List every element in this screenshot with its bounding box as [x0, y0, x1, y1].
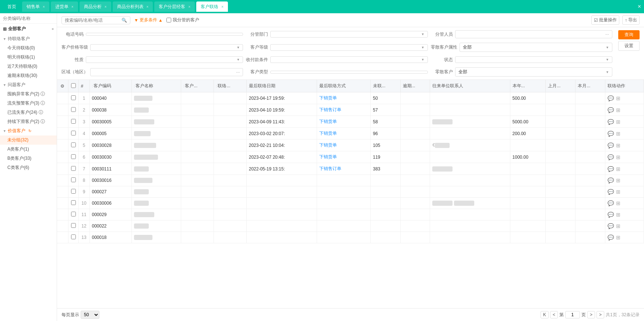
tab-customer-segment[interactable]: 客户分层经客 ×	[154, 1, 195, 12]
col-name[interactable]: :客户名称	[131, 80, 181, 92]
sidebar-item-b-class[interactable]: B类客户(33)	[0, 154, 57, 163]
grid-action-icon[interactable]: ⊞	[616, 107, 620, 113]
row-checkbox[interactable]	[71, 142, 76, 147]
row-checkbox[interactable]	[71, 223, 76, 228]
chat-icon[interactable]: 💬	[608, 200, 614, 206]
chat-icon[interactable]: 💬	[608, 234, 614, 240]
chat-icon[interactable]: 💬	[608, 177, 614, 183]
row-checkbox[interactable]	[71, 95, 76, 100]
grid-action-icon[interactable]: ⊞	[616, 189, 620, 195]
sidebar-item-loss-warning[interactable]: 流失预警客户(3) ⓘ	[0, 99, 57, 108]
chat-icon[interactable]: 💬	[608, 119, 614, 125]
row-checkbox[interactable]	[71, 119, 76, 124]
first-page-button[interactable]: K	[541, 311, 549, 318]
grid-action-icon[interactable]: ⊞	[616, 234, 620, 240]
last-method-link[interactable]: 下销售订单	[319, 107, 341, 112]
my-customers-checkbox[interactable]	[166, 18, 171, 22]
sidebar-item-lost[interactable]: 已流失客户(24) ⓘ	[0, 108, 57, 117]
tab-customer-contact[interactable]: 客户联络 ×	[196, 1, 228, 12]
cust-type-input[interactable]	[270, 71, 427, 74]
last-page-button[interactable]: >	[597, 311, 604, 318]
col-overdue[interactable]: 逾期...	[400, 80, 430, 92]
col-intercompany[interactable]: 往来单位联系人	[430, 80, 510, 92]
grid-action-icon[interactable]: ⊞	[616, 119, 620, 125]
grade-select[interactable]: ▼	[270, 44, 427, 51]
row-checkbox[interactable]	[71, 177, 76, 182]
sidebar-item-tomorrow[interactable]: 明天待联络(1)	[0, 53, 57, 62]
manager-dots[interactable]: ···	[455, 30, 612, 38]
page-input[interactable]	[565, 311, 580, 318]
grid-action-icon[interactable]: ⊞	[616, 212, 620, 218]
batch-op-button[interactable]: ☑ 批量操作	[591, 15, 619, 25]
close-customer-contact-tab[interactable]: ×	[221, 5, 224, 9]
sidebar-collapse-icon[interactable]: «	[52, 27, 54, 31]
sidebar-search-input[interactable]	[3, 16, 57, 21]
grid-action-icon[interactable]: ⊞	[616, 166, 620, 172]
last-method-link[interactable]: 下销货单	[319, 119, 337, 124]
close-all-icon[interactable]: ×	[638, 3, 641, 10]
tab-purchase[interactable]: 进货单 ×	[51, 1, 78, 12]
grid-action-icon[interactable]: ⊞	[616, 223, 620, 229]
chat-icon[interactable]: 💬	[608, 223, 614, 229]
chat-icon[interactable]: 💬	[608, 142, 614, 148]
group-value-customers[interactable]: ▼ 价值客户 ↻	[0, 126, 57, 135]
col-this-year[interactable]: 本年...	[510, 80, 546, 92]
col-settings[interactable]: ⚙	[57, 80, 68, 92]
nature-select[interactable]: ▼	[86, 56, 243, 63]
close-analysis-tab[interactable]: ×	[105, 5, 107, 9]
col-contact[interactable]: :联络...	[214, 80, 246, 92]
chat-icon[interactable]: 💬	[608, 107, 614, 113]
col-last-date[interactable]: 最后联络日期	[246, 80, 317, 92]
sidebar-item-ungroup[interactable]: 未分组(32)	[0, 135, 57, 145]
refresh-icon[interactable]: ↻	[28, 129, 31, 133]
filter-search-box[interactable]: 🔍	[61, 16, 130, 24]
col-uncontacted[interactable]: 未联...	[370, 80, 400, 92]
tab-analysis[interactable]: 商品分析 ×	[80, 1, 111, 12]
prev-page-button[interactable]: <	[550, 311, 558, 318]
grid-action-icon[interactable]: ⊞	[616, 200, 620, 206]
grid-action-icon[interactable]: ⊞	[616, 142, 620, 148]
col-last-month[interactable]: 上月...	[546, 80, 576, 92]
tab-sales[interactable]: 销售单 ×	[22, 1, 49, 12]
row-checkbox[interactable]	[71, 131, 76, 135]
last-method-link[interactable]: 下销货单	[319, 142, 337, 148]
chat-icon[interactable]: 💬	[608, 212, 614, 218]
tab-analysis-list[interactable]: 商品分析列表 ×	[113, 1, 153, 12]
chat-icon[interactable]: 💬	[608, 154, 614, 160]
chat-icon[interactable]: 💬	[608, 131, 614, 137]
region-dots[interactable]: ···	[90, 68, 243, 76]
retail-attr-select[interactable]: 全部▼	[460, 43, 612, 52]
dept-select[interactable]: ▼	[270, 31, 427, 38]
col-this-month[interactable]: 本月...	[576, 80, 605, 92]
row-checkbox[interactable]	[71, 212, 76, 216]
close-sales-tab[interactable]: ×	[43, 5, 45, 9]
last-method-link[interactable]: 下销货单	[319, 95, 337, 100]
close-purchase-tab[interactable]: ×	[71, 5, 74, 9]
filter-search-input[interactable]	[65, 18, 120, 23]
row-checkbox[interactable]	[71, 166, 76, 171]
all-customers-header[interactable]: ⊞ 全部客户 «	[0, 24, 57, 34]
col-last-method[interactable]: 最后联络方式	[317, 80, 370, 92]
col-code[interactable]: :客户编码	[89, 80, 131, 92]
chat-icon[interactable]: 💬	[608, 95, 614, 101]
row-checkbox[interactable]	[71, 234, 76, 239]
group-waiting-contact[interactable]: ▼ 待联络客户	[0, 34, 57, 43]
row-checkbox[interactable]	[71, 107, 76, 112]
grid-action-icon[interactable]: ⊞	[616, 154, 620, 160]
select-all-checkbox[interactable]	[71, 83, 76, 88]
close-customer-segment-tab[interactable]: ×	[188, 5, 190, 9]
grid-action-icon[interactable]: ⊞	[616, 95, 620, 101]
last-method-link[interactable]: 下销售订单	[319, 166, 341, 171]
page-size-select[interactable]: 50 20 100	[81, 311, 99, 319]
close-analysis-list-tab[interactable]: ×	[147, 5, 149, 9]
query-button[interactable]: 查询	[618, 30, 640, 39]
col-type[interactable]: :客户...	[181, 80, 214, 92]
row-checkbox[interactable]	[71, 200, 76, 205]
chat-icon[interactable]: 💬	[608, 166, 614, 172]
last-method-link[interactable]: 下销货单	[319, 131, 337, 136]
grid-action-icon[interactable]: ⊞	[616, 177, 620, 183]
price-grade-select[interactable]: ▼	[90, 44, 243, 51]
sidebar-item-c-class[interactable]: C类客户(6)	[0, 163, 57, 172]
chat-icon[interactable]: 💬	[608, 189, 614, 195]
reset-button[interactable]: 设置	[618, 41, 640, 51]
